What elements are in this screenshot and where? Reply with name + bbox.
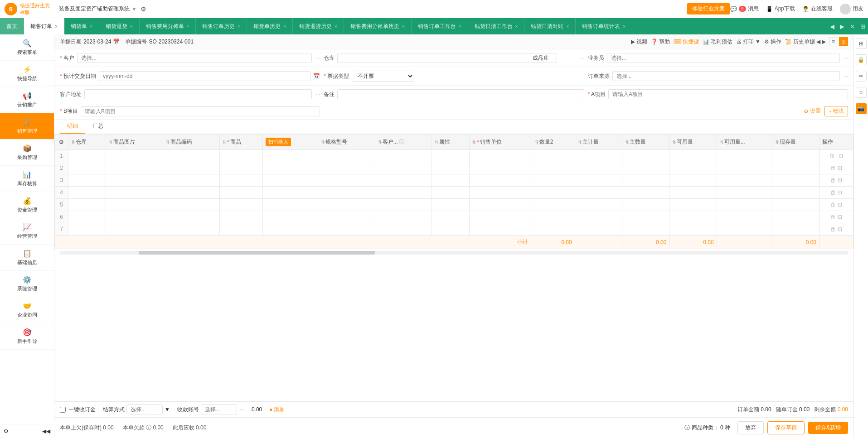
delete-row-icon[interactable]: 🗑 xyxy=(830,202,836,208)
close-tab-icon[interactable]: × xyxy=(515,24,518,29)
tab-return-history[interactable]: 销货退货历史 × xyxy=(293,18,344,34)
close-tab-icon[interactable]: × xyxy=(187,24,189,29)
close-tab-icon[interactable]: × xyxy=(335,24,337,29)
customer-more-icon[interactable]: ··· xyxy=(315,55,320,61)
sidebar-item-sales[interactable]: 🛒 销售管理 xyxy=(0,113,54,140)
copy-row-icon[interactable]: ⊡ xyxy=(838,214,842,220)
close-tab-icon[interactable]: × xyxy=(130,24,133,29)
payment-method-input[interactable] xyxy=(126,404,163,414)
payment-dropdown-icon[interactable]: ▼ xyxy=(165,406,170,413)
delete-row-icon[interactable]: 🗑 xyxy=(830,214,836,220)
sidebar-item-search[interactable]: 🔍 搜索菜单 xyxy=(0,34,54,61)
system-dropdown-arrow[interactable]: ▼ xyxy=(131,6,137,12)
tab-next-btn[interactable]: ▶ xyxy=(837,23,847,30)
sidebar-item-guide[interactable]: 🎯 新手引导 xyxy=(0,323,54,350)
order-source-more-icon[interactable]: ··· xyxy=(844,73,848,79)
sidebar-item-operations[interactable]: 📈 经营管理 xyxy=(0,218,54,245)
scrollbar-thumb[interactable] xyxy=(139,251,375,255)
discard-btn[interactable]: 放弃 xyxy=(737,421,764,434)
salesperson-input[interactable] xyxy=(607,53,840,63)
add-payment-btn[interactable]: ● 添加 xyxy=(269,406,284,414)
right-panel-grid-icon[interactable]: ⊞ xyxy=(856,38,867,49)
print-btn[interactable]: 🖨 打印 ▼ xyxy=(736,38,761,46)
close-tab-icon[interactable]: × xyxy=(90,24,92,29)
sidebar-settings-icon[interactable]: ⚙ xyxy=(4,428,9,434)
customer-addr-input[interactable] xyxy=(84,89,312,99)
right-panel-lock-icon[interactable]: 🔒 xyxy=(856,54,867,65)
copy-row-icon[interactable]: ⊡ xyxy=(838,177,842,183)
delete-row-icon[interactable]: 🗑 xyxy=(829,153,835,159)
sidebar-collapse-icon[interactable]: ◀◀ xyxy=(42,428,50,434)
history-btn[interactable]: 📜 历史单据 ◀ ▶ xyxy=(785,38,826,46)
tab-sales-expense[interactable]: 销售费用分摊单 × xyxy=(140,18,196,34)
order-source-input[interactable] xyxy=(612,71,840,81)
grid-view-icon[interactable]: ⊞ xyxy=(839,37,848,46)
customer-input[interactable] xyxy=(77,53,312,63)
close-tab-icon[interactable]: × xyxy=(623,24,626,29)
account-more-icon[interactable]: ··· xyxy=(240,406,244,413)
account-input[interactable] xyxy=(201,404,237,414)
tab-close-all-btn[interactable]: ✕ xyxy=(847,23,858,30)
close-tab-icon[interactable]: × xyxy=(566,24,569,29)
scan-btn[interactable]: 扫码录入 xyxy=(266,138,291,146)
right-panel-edit-icon[interactable]: ✏ xyxy=(856,71,867,82)
save-draft-btn[interactable]: 保存草稿 xyxy=(767,421,805,434)
copy-row-icon[interactable]: ⊡ xyxy=(839,153,843,159)
shortcut-btn[interactable]: ⌨ 快捷键 xyxy=(674,38,699,46)
tab-sales-order[interactable]: 销售订单 × xyxy=(24,18,64,34)
tab-sales-invoice[interactable]: 销货单 × xyxy=(64,18,99,34)
delete-row-icon[interactable]: 🗑 xyxy=(830,165,836,171)
salesperson-more-icon[interactable]: ··· xyxy=(844,55,848,61)
close-tab-icon[interactable]: × xyxy=(402,24,405,29)
sidebar-item-enterprise[interactable]: 🤝 企业协同 xyxy=(0,297,54,323)
tab-order-stats[interactable]: 销售订单统计表 × xyxy=(576,18,632,34)
tab-sales-return[interactable]: 销货退货 × xyxy=(99,18,140,34)
tab-expense-history[interactable]: 销售费用分摊单历史 × xyxy=(344,18,412,34)
sidebar-item-quick-nav[interactable]: ⚡ 快捷导航 xyxy=(0,61,54,87)
operate-btn[interactable]: ⚙ 操作 xyxy=(764,38,781,46)
view-btn[interactable]: ▶ 视频 xyxy=(631,38,647,46)
warehouse-input[interactable] xyxy=(337,53,557,63)
settings-icon[interactable]: ⚙ xyxy=(141,5,146,13)
add-logistics-btn[interactable]: + 物流 xyxy=(824,106,848,116)
copy-row-icon[interactable]: ⊡ xyxy=(838,202,842,208)
delete-row-icon[interactable]: 🗑 xyxy=(830,189,836,196)
addr-more-icon[interactable]: ··· xyxy=(315,91,320,97)
app-download-btn[interactable]: 📱 App下载 xyxy=(766,5,795,13)
close-tab-icon[interactable]: × xyxy=(238,24,240,29)
sidebar-item-basic-info[interactable]: 📋 基础信息 xyxy=(0,245,54,271)
delete-row-icon[interactable]: 🗑 xyxy=(830,177,836,183)
tab-summary[interactable]: 汇总 xyxy=(85,120,111,134)
sidebar-item-finance[interactable]: 💰 资金管理 xyxy=(0,192,54,218)
tab-order-workbench[interactable]: 销售订单工作台 × xyxy=(412,18,468,34)
sidebar-item-system[interactable]: ⚙️ 系统管理 xyxy=(0,271,54,297)
close-tab-icon[interactable]: × xyxy=(459,24,461,29)
a-project-input[interactable] xyxy=(608,89,848,99)
tab-sales-order-history[interactable]: 销售订单历史 × xyxy=(196,18,247,34)
copy-row-icon[interactable]: ⊡ xyxy=(838,165,842,171)
help-btn[interactable]: ❓ 帮助 xyxy=(651,38,670,46)
close-tab-icon[interactable]: × xyxy=(283,24,286,29)
right-panel-camera-icon[interactable]: 📷 xyxy=(856,103,867,114)
one-click-deposit-checkbox[interactable] xyxy=(60,407,66,413)
save-new-btn[interactable]: 保存&新增 xyxy=(808,422,848,434)
right-panel-star-icon[interactable]: ☆ xyxy=(856,87,867,98)
date-picker-icon[interactable]: 📅 xyxy=(113,39,120,45)
tab-daily-reconcile[interactable]: 钱货日清对账 × xyxy=(524,18,576,34)
table-scrollbar[interactable] xyxy=(60,251,848,255)
copy-row-icon[interactable]: ⊡ xyxy=(838,226,842,232)
user-btn[interactable]: 用友 xyxy=(840,4,863,14)
th-settings[interactable]: ⚙ xyxy=(55,135,68,150)
tab-menu-btn[interactable]: ⊞ xyxy=(858,23,868,30)
online-support-btn[interactable]: 👨‍💼 在线客服 xyxy=(802,5,833,13)
form-settings-btn[interactable]: ⚙ 设置 xyxy=(804,106,821,116)
warehouse-more-icon[interactable]: ··· xyxy=(580,55,584,61)
tab-daily-workbench[interactable]: 钱货日清工作台 × xyxy=(468,18,525,34)
sidebar-item-inventory[interactable]: 📊 库存核算 xyxy=(0,166,54,192)
delivery-date-input[interactable] xyxy=(99,71,310,81)
invoice-type-select[interactable]: 不开票 增值税普通发票 增值税专用发票 xyxy=(352,71,414,82)
tab-prev-btn[interactable]: ◀ xyxy=(827,23,837,30)
list-view-icon[interactable]: ≡ xyxy=(829,37,837,46)
profit-btn[interactable]: 📊 毛利预估 xyxy=(703,38,732,46)
delete-row-icon[interactable]: 🗑 xyxy=(830,226,836,232)
